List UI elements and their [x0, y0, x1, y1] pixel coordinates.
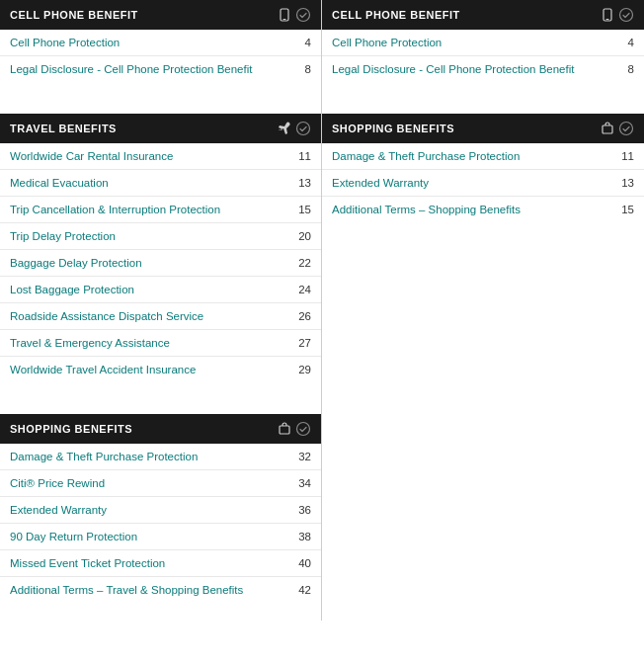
section-header-shopping-left: SHOPPING BENEFITS [0, 414, 321, 444]
table-row[interactable]: Medical Evacuation13 [0, 170, 321, 197]
table-row[interactable]: Extended Warranty13 [322, 170, 644, 197]
row-label: Trip Delay Protection [10, 230, 291, 242]
row-label: Cell Phone Protection [10, 37, 291, 48]
table-row[interactable]: Baggage Delay Protection22 [0, 250, 321, 277]
row-page-number: 29 [291, 364, 311, 375]
row-label: Citi® Price Rewind [10, 477, 291, 489]
svg-rect-4 [280, 426, 289, 434]
svg-rect-9 [603, 125, 612, 133]
section-header-travel-left: TRAVEL BENEFITS [0, 114, 321, 143]
row-page-number: 20 [291, 230, 311, 242]
table-row[interactable]: Cell Phone Protection4 [322, 30, 644, 56]
section-title: SHOPPING BENEFITS [10, 423, 132, 435]
row-label: Cell Phone Protection [332, 37, 614, 48]
row-label: Extended Warranty [10, 504, 291, 516]
row-page-number: 36 [291, 504, 311, 516]
section-icon-group [601, 121, 634, 136]
svg-point-2 [297, 9, 310, 22]
section-icon-group [278, 421, 311, 437]
row-label: Additional Terms – Travel & Shopping Ben… [10, 584, 291, 596]
row-page-number: 40 [291, 557, 311, 569]
section-title: SHOPPING BENEFITS [332, 123, 454, 134]
section-icon-group [278, 7, 311, 23]
table-row[interactable]: Travel & Emergency Assistance27 [0, 330, 321, 357]
svg-point-3 [297, 123, 310, 135]
row-label: 90 Day Return Protection [10, 531, 291, 542]
svg-point-5 [297, 423, 310, 436]
table-row[interactable]: Trip Cancellation & Interruption Protect… [0, 197, 321, 223]
row-page-number: 8 [291, 63, 311, 75]
row-label: Legal Disclosure - Cell Phone Protection… [332, 63, 614, 75]
section-title: CELL PHONE BENEFIT [332, 9, 460, 21]
section-spacer [322, 100, 644, 114]
row-page-number: 11 [614, 150, 634, 162]
row-label: Additional Terms – Shopping Benefits [332, 204, 614, 215]
table-row[interactable]: Worldwide Car Rental Insurance11 [0, 143, 321, 170]
row-page-number: 38 [291, 531, 311, 542]
row-page-number: 22 [291, 257, 311, 269]
table-row[interactable]: Extended Warranty36 [0, 497, 321, 524]
section-header-cell-phone-right: CELL PHONE BENEFIT [322, 0, 644, 30]
table-row[interactable]: Legal Disclosure - Cell Phone Protection… [322, 56, 644, 82]
row-page-number: 11 [291, 150, 311, 162]
row-page-number: 24 [291, 284, 311, 295]
row-page-number: 15 [614, 204, 634, 215]
table-row[interactable]: Trip Delay Protection20 [0, 223, 321, 250]
section-cell-phone-right: CELL PHONE BENEFIT Cell Phone Protection… [322, 0, 644, 82]
row-page-number: 13 [291, 177, 311, 189]
section-spacer [0, 100, 321, 114]
table-row[interactable]: Legal Disclosure - Cell Phone Protection… [0, 56, 321, 82]
row-page-number: 32 [291, 451, 311, 462]
row-label: Travel & Emergency Assistance [10, 337, 291, 349]
row-label: Lost Baggage Protection [10, 284, 291, 295]
row-label: Worldwide Car Rental Insurance [10, 150, 291, 162]
row-page-number: 42 [291, 584, 311, 596]
row-label: Extended Warranty [332, 177, 614, 189]
section-spacer [0, 400, 321, 414]
table-row[interactable]: Damage & Theft Purchase Protection32 [0, 444, 321, 470]
main-columns: CELL PHONE BENEFIT Cell Phone Protection… [0, 0, 644, 621]
svg-point-8 [620, 9, 633, 22]
table-row[interactable]: 90 Day Return Protection38 [0, 524, 321, 550]
row-page-number: 15 [291, 204, 311, 215]
row-page-number: 4 [291, 37, 311, 48]
row-label: Roadside Assistance Dispatch Service [10, 310, 291, 322]
section-header-shopping-right: SHOPPING BENEFITS [322, 114, 644, 143]
row-label: Legal Disclosure - Cell Phone Protection… [10, 63, 291, 75]
table-row[interactable]: Cell Phone Protection4 [0, 30, 321, 56]
right-column: CELL PHONE BENEFIT Cell Phone Protection… [322, 0, 644, 621]
row-page-number: 27 [291, 337, 311, 349]
section-shopping-right: SHOPPING BENEFITS Damage & Theft Purchas… [322, 114, 644, 222]
table-row[interactable]: Additional Terms – Shopping Benefits15 [322, 197, 644, 222]
section-cell-phone-left: CELL PHONE BENEFIT Cell Phone Protection… [0, 0, 321, 82]
row-page-number: 8 [614, 63, 634, 75]
svg-rect-1 [283, 19, 286, 20]
table-row[interactable]: Additional Terms – Travel & Shopping Ben… [0, 577, 321, 603]
row-label: Baggage Delay Protection [10, 257, 291, 269]
row-page-number: 4 [614, 37, 634, 48]
svg-point-10 [620, 123, 633, 135]
table-row[interactable]: Damage & Theft Purchase Protection11 [322, 143, 644, 170]
row-page-number: 26 [291, 310, 311, 322]
section-icon-group [601, 7, 634, 23]
row-label: Worldwide Travel Accident Insurance [10, 364, 291, 375]
row-label: Trip Cancellation & Interruption Protect… [10, 204, 291, 215]
left-column: CELL PHONE BENEFIT Cell Phone Protection… [0, 0, 322, 621]
table-row[interactable]: Citi® Price Rewind34 [0, 470, 321, 497]
row-label: Damage & Theft Purchase Protection [332, 150, 614, 162]
svg-rect-7 [606, 19, 609, 20]
row-page-number: 13 [614, 177, 634, 189]
section-shopping-left: SHOPPING BENEFITS Damage & Theft Purchas… [0, 414, 321, 603]
table-row[interactable]: Missed Event Ticket Protection40 [0, 550, 321, 577]
table-row[interactable]: Lost Baggage Protection24 [0, 277, 321, 303]
table-row[interactable]: Worldwide Travel Accident Insurance29 [0, 357, 321, 382]
section-travel-left: TRAVEL BENEFITS Worldwide Car Rental Ins… [0, 114, 321, 382]
section-title: TRAVEL BENEFITS [10, 123, 117, 134]
table-row[interactable]: Roadside Assistance Dispatch Service26 [0, 303, 321, 330]
section-icon-group [278, 121, 311, 136]
section-title: CELL PHONE BENEFIT [10, 9, 138, 21]
row-label: Missed Event Ticket Protection [10, 557, 291, 569]
row-label: Medical Evacuation [10, 177, 291, 189]
section-header-cell-phone-left: CELL PHONE BENEFIT [0, 0, 321, 30]
row-page-number: 34 [291, 477, 311, 489]
